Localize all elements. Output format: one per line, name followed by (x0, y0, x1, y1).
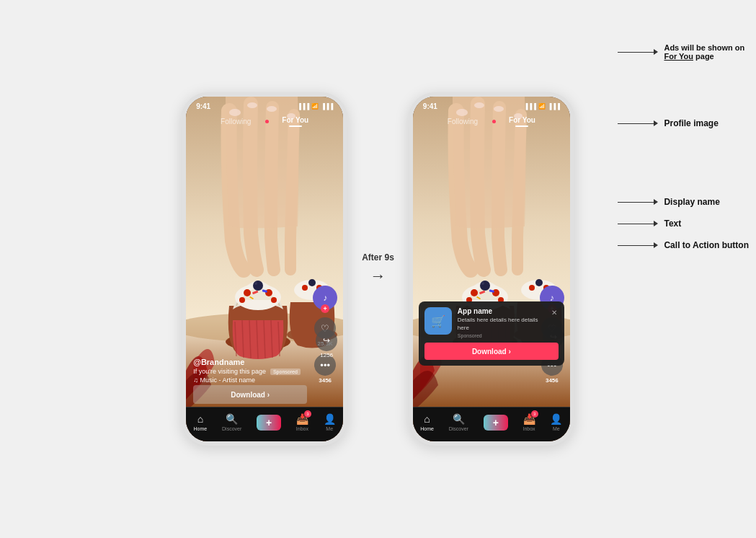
left-plus-icon: + (266, 417, 272, 428)
left-phone-nav: Following For You (186, 113, 343, 130)
right-inbox-label: Inbox (523, 426, 535, 431)
svg-point-28 (471, 289, 478, 296)
right-time: 9:41 (423, 102, 437, 110)
left-profile-button[interactable]: ♪ (313, 286, 337, 310)
wifi-icon: 📶 (311, 103, 319, 110)
right-home-icon: ⌂ (424, 413, 430, 425)
left-nav-home[interactable]: ⌂ Home (194, 413, 208, 431)
svg-point-5 (254, 282, 257, 285)
profile-annotation-text: Profile image (664, 118, 718, 128)
left-time: 9:41 (196, 102, 210, 110)
battery-icon: ▐▐▐ (321, 103, 333, 110)
right-battery-icon: ▐▐▐ (548, 103, 560, 110)
right-phone: 9:41 ▐▐▐ 📶 ▐▐▐ Following For You ♪ (409, 92, 574, 446)
left-home-label: Home (194, 426, 208, 431)
left-discover-label: Discover (222, 426, 241, 431)
right-nav-me[interactable]: 👤 Me (550, 413, 562, 431)
left-comment-count: 3456 (319, 377, 332, 384)
right-inbox-icon: 📥 (523, 413, 535, 425)
right-wifi-icon: 📶 (538, 103, 546, 110)
app-store-icon: 🛒 (431, 314, 445, 328)
left-sponsored-badge: Sponsored (270, 369, 301, 375)
discover-icon: 🔍 (226, 413, 238, 425)
cta-text: Call to Action button (664, 240, 749, 250)
svg-point-27 (481, 282, 484, 285)
left-desc-row: If you're visiting this page Sponsored (193, 368, 307, 375)
right-phone-nav: Following For You (413, 113, 570, 130)
home-icon: ⌂ (197, 413, 203, 425)
left-share-count: 1256 (320, 352, 333, 358)
popup-details-text: Details here details here details here (458, 317, 544, 332)
left-music-row: ♫ Music - Artist name (193, 376, 307, 384)
popup-sponsored: Sponsored (458, 333, 544, 338)
right-plus-icon: + (493, 417, 499, 428)
svg-point-20 (302, 285, 308, 291)
left-nav-discover[interactable]: 🔍 Discover (222, 413, 241, 431)
annotations-container: Ads will be shown on For You page Profil… (618, 43, 749, 250)
foryou-annotation-text: Ads will be shown on For You page (664, 43, 744, 61)
right-nav-dot (492, 120, 496, 123)
right-nav-create[interactable]: + (484, 415, 508, 431)
right-nav-discover[interactable]: 🔍 Discover (449, 413, 468, 431)
left-nav-create[interactable]: + (257, 415, 281, 431)
left-music-text: ♫ Music - Artist name (193, 376, 255, 384)
popup-header: 🛒 App name Details here details here det… (424, 307, 559, 338)
foryou-note-line1: Ads will be shown on (664, 43, 744, 52)
right-nav-home[interactable]: ⌂ Home (420, 413, 434, 431)
left-bottom-info: @Brandname If you're visiting this page … (193, 358, 307, 384)
right-following-tab[interactable]: Following (448, 118, 478, 125)
foryou-note-line2: For You page (664, 52, 744, 61)
left-nav-inbox[interactable]: 📥 Inbox (296, 413, 308, 431)
left-description: If you're visiting this page (193, 368, 266, 375)
right-me-icon: 👤 (550, 413, 562, 425)
left-nav-dot (265, 120, 269, 123)
text-annotation: Text (618, 219, 749, 229)
left-share-action[interactable]: ↪ 1256 (316, 330, 337, 358)
left-download-button[interactable]: Download › (193, 385, 307, 404)
right-foryou-tab[interactable]: For You (509, 116, 535, 127)
profile-annotation-arrow (618, 120, 658, 126)
text-arrow (618, 221, 658, 226)
popup-download-button[interactable]: Download › (424, 343, 559, 360)
popup-close-button[interactable]: ✕ (550, 307, 559, 318)
left-status-icons: ▐▐▐ 📶 ▐▐▐ (297, 103, 333, 110)
right-me-label: Me (553, 426, 560, 431)
displayname-annotation: Display name (618, 197, 749, 207)
left-brand-name: @Brandname (193, 358, 307, 366)
right-signal-icon: ▐▐▐ (524, 103, 536, 110)
popup-content: App name Details here details here detai… (458, 307, 544, 338)
cta-annotation: Call to Action button (618, 240, 749, 250)
text-annotation-label: Text (664, 219, 681, 229)
popup-app-name: App name (458, 307, 544, 315)
left-me-label: Me (326, 426, 333, 431)
svg-point-26 (480, 281, 490, 291)
right-nav-inbox[interactable]: 📥 Inbox (523, 413, 535, 431)
inbox-icon: 📥 (296, 413, 308, 425)
left-following-tab[interactable]: Following (221, 118, 251, 125)
foryou-annotation-arrow (618, 49, 658, 55)
svg-point-29 (492, 289, 499, 296)
transition-arrow: After 9s → (362, 252, 394, 286)
svg-point-4 (253, 281, 263, 291)
arrow-label: After 9s (362, 252, 394, 263)
right-home-label: Home (420, 426, 434, 431)
right-status-bar: 9:41 ▐▐▐ 📶 ▐▐▐ (413, 97, 570, 113)
right-bottom-nav: ⌂ Home 🔍 Discover + 📥 Inbox 👤 (413, 407, 570, 441)
svg-point-8 (239, 297, 245, 303)
svg-point-9 (271, 297, 277, 303)
right-plus-button[interactable]: + (484, 415, 508, 431)
left-comment-action[interactable]: ••• 3456 (314, 354, 336, 384)
tiktok-logo-icon: ♪ (323, 293, 327, 303)
foryou-link: For You (664, 52, 693, 61)
left-nav-me[interactable]: 👤 Me (324, 413, 336, 431)
left-share-icon: ↪ (316, 330, 337, 351)
left-plus-button[interactable]: + (257, 415, 281, 431)
displayname-arrow (618, 199, 658, 205)
popup-app-icon: 🛒 (424, 307, 452, 335)
profile-annotation: Profile image (618, 118, 749, 128)
right-discover-icon: 🔍 (453, 413, 465, 425)
arrow-icon: → (370, 267, 386, 286)
left-status-bar: 9:41 ▐▐▐ 📶 ▐▐▐ (186, 97, 343, 113)
left-foryou-tab[interactable]: For You (282, 116, 308, 127)
left-phone: 9:41 ▐▐▐ 📶 ▐▐▐ Following For You ♪ (182, 92, 347, 446)
